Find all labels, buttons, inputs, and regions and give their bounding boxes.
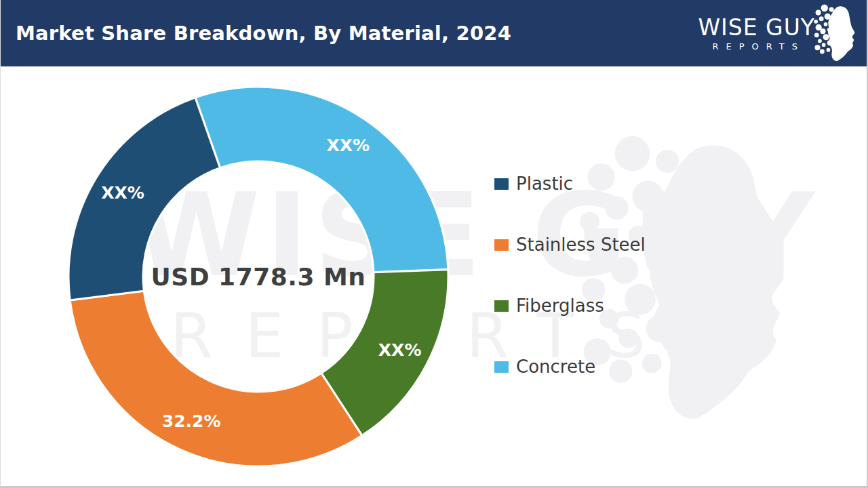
page-title: Market Share Breakdown, By Material, 202… bbox=[16, 22, 511, 45]
legend-label-plastic: Plastic bbox=[516, 175, 573, 192]
legend-item-plastic: Plastic bbox=[494, 175, 646, 192]
legend-swatch-fiberglass bbox=[494, 300, 509, 312]
chart-center-total: USD 1778.3 Mn bbox=[89, 263, 428, 291]
legend-label-stainless-steel: Stainless Steel bbox=[516, 236, 646, 253]
logo-subtitle: REPORTS bbox=[708, 42, 805, 51]
legend-item-stainless-steel: Stainless Steel bbox=[494, 236, 646, 253]
chart-legend: PlasticStainless SteelFiberglassConcrete bbox=[494, 175, 646, 375]
legend-item-concrete: Concrete bbox=[494, 358, 646, 375]
legend-label-fiberglass: Fiberglass bbox=[516, 297, 604, 314]
legend-swatch-stainless-steel bbox=[494, 239, 509, 251]
chart-area: WISE GUY REPORTS XX%XX%32.2%XX% USD 1778… bbox=[1, 66, 868, 488]
legend-swatch-concrete bbox=[494, 361, 509, 373]
slice-label-concrete: XX% bbox=[326, 136, 370, 155]
legend-item-fiberglass: Fiberglass bbox=[494, 297, 646, 314]
slice-label-plastic: XX% bbox=[101, 183, 144, 203]
wise-guy-logo: WISE GUY REPORTS bbox=[698, 4, 860, 62]
logo-wordmark: WISE GUY bbox=[698, 16, 815, 39]
pie-segment-concrete bbox=[195, 87, 448, 272]
legend-label-concrete: Concrete bbox=[516, 358, 595, 375]
pie-segment-stainless-steel bbox=[70, 291, 362, 466]
slice-label-stainless-steel: 32.2% bbox=[162, 411, 221, 431]
header-bar: Market Share Breakdown, By Material, 202… bbox=[1, 0, 867, 66]
logo-text: WISE GUY REPORTS bbox=[698, 16, 815, 51]
report-figure: Market Share Breakdown, By Material, 202… bbox=[0, 0, 868, 488]
legend-swatch-plastic bbox=[494, 178, 509, 190]
slice-label-fiberglass: XX% bbox=[378, 340, 422, 360]
logo-face-icon bbox=[812, 4, 860, 62]
